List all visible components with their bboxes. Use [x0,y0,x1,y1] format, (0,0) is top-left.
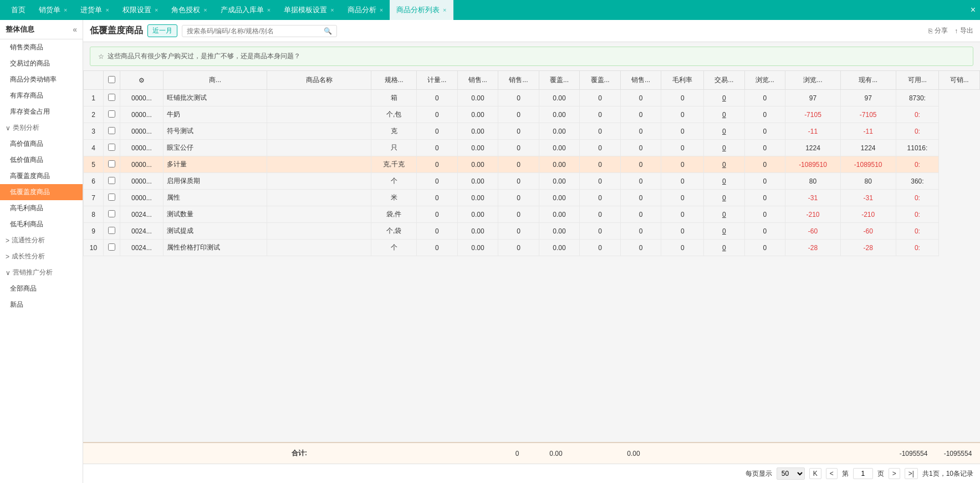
cell-cover-b: 0.00 [539,173,580,190]
col-header-cover-a[interactable]: 覆盖... [539,71,580,90]
col-header-available[interactable]: 可用... [896,71,939,90]
nav-tab-purchase-close[interactable]: × [105,7,109,13]
table-row: 10 0024... 属性价格打印测试 个 0 0.00 0 0.00 0 0 … [84,240,980,256]
cell-sales-amt: 0.00 [457,173,498,190]
cell-name: 属性价格打印测试 [163,240,267,256]
sidebar-item-high-margin[interactable]: 高毛利商品 [0,200,83,216]
search-icon: 🔍 [324,27,332,35]
col-header-sales-c[interactable]: 销售... [620,71,661,90]
nav-tab-warehouse[interactable]: 产成品入库单 × [214,0,277,20]
sidebar-group-marketing[interactable]: ∨ 营销推广分析 [0,265,83,281]
nav-tab-analysis[interactable]: 商品分析 × [341,0,390,20]
cell-sales-qty: 0 [417,190,458,206]
col-header-check[interactable] [104,71,120,90]
cell-trade: 0 [661,173,704,190]
cell-check[interactable] [104,90,120,106]
nav-tab-home[interactable]: 首页 [4,0,32,20]
cell-cover-a: 0 [498,106,539,123]
cell-browse-b: 0 [744,173,785,190]
col-header-trade[interactable]: 交易... [704,71,745,90]
sidebar-item-low-coverage[interactable]: 低覆盖度商品 [0,184,83,200]
export-button[interactable]: ↑ 导出 [955,26,973,35]
cell-gross-margin: 0 [620,156,661,173]
cell-browse-a[interactable]: 0 [704,223,745,240]
cell-sales-qty: 0 [417,156,458,173]
cell-browse-a[interactable]: 0 [704,106,745,123]
cell-browse-a[interactable]: 0 [704,173,745,190]
col-header-sales-qty[interactable]: 销售... [457,71,498,90]
sidebar-item-category-sales-rate[interactable]: 商品分类动销率 [0,72,83,88]
sidebar-item-stock-capital[interactable]: 库存资金占用 [0,104,83,120]
first-page-button[interactable]: K [809,468,821,479]
col-header-spec[interactable]: 规格... [371,71,417,90]
nav-tab-sales[interactable]: 销货单 × [32,0,74,20]
page-number-input[interactable] [853,468,873,479]
sidebar-item-all-goods[interactable]: 全部商品 [0,281,83,297]
col-header-browse-a[interactable]: 浏览... [744,71,785,90]
sidebar-item-in-stock[interactable]: 有库存商品 [0,88,83,104]
nav-tab-template-close[interactable]: × [330,7,334,13]
col-header-sellable[interactable]: 可销... [939,71,980,90]
nav-close-all-button[interactable]: × [971,5,976,15]
sidebar-item-low-margin[interactable]: 低毛利商品 [0,216,83,232]
cell-check[interactable] [104,140,120,156]
sidebar-item-sales-goods[interactable]: 销售类商品 [0,39,83,55]
sidebar-item-traded-goods[interactable]: 交易过的商品 [0,55,83,72]
cell-check[interactable] [104,106,120,123]
select-all-checkbox[interactable] [108,76,115,83]
nav-tab-roles-close[interactable]: × [203,7,207,13]
prev-page-button[interactable]: < [826,468,838,479]
page-size-select[interactable]: 50 100 200 [777,467,805,480]
nav-tab-template[interactable]: 单据模板设置 × [277,0,340,20]
cell-available: -11 [840,123,896,140]
cell-check[interactable] [104,206,120,223]
cell-browse-a[interactable]: 0 [704,190,745,206]
cell-browse-a[interactable]: 0 [704,206,745,223]
cell-trade: 0 [661,90,704,106]
sidebar-group-growth[interactable]: > 成长性分析 [0,248,83,265]
nav-tab-analysis-list[interactable]: 商品分析列表 × [390,0,453,20]
next-page-button[interactable]: > [889,468,900,479]
sidebar-collapse-button[interactable]: « [73,25,77,34]
nav-tab-roles[interactable]: 角色授权 × [165,0,213,20]
col-header-code[interactable]: 商... [163,71,267,90]
nav-tab-analysis-list-close[interactable]: × [443,7,446,13]
share-button[interactable]: ⎘ 分享 [928,26,948,35]
cell-browse-a[interactable]: 0 [704,156,745,173]
col-header-settings[interactable]: ⚙ [120,71,164,90]
filter-button[interactable]: 近一月 [147,24,177,37]
cell-name: 测试数量 [163,206,267,223]
cell-browse-a[interactable]: 0 [704,140,745,156]
cell-browse-a[interactable]: 0 [704,240,745,256]
sidebar-group-circulation[interactable]: > 流通性分析 [0,232,83,248]
nav-tab-analysis-close[interactable]: × [380,7,383,13]
cell-check[interactable] [104,173,120,190]
nav-tab-purchase[interactable]: 进货单 × [74,0,115,20]
sidebar-item-high-coverage[interactable]: 高覆盖度商品 [0,168,83,184]
sidebar-item-new-goods[interactable]: 新品 [0,297,83,313]
col-header-unit[interactable]: 计量... [417,71,458,90]
sidebar-item-high-value[interactable]: 高价值商品 [0,136,83,152]
col-header-cover-b[interactable]: 覆盖... [580,71,621,90]
cell-browse-a[interactable]: 0 [704,90,745,106]
cell-check[interactable] [104,223,120,240]
col-header-gross-margin[interactable]: 毛利率 [661,71,704,90]
cell-check[interactable] [104,240,120,256]
col-header-sales-amt[interactable]: 销售... [498,71,539,90]
nav-tab-permissions-close[interactable]: × [155,7,158,13]
nav-tab-sales-close[interactable]: × [64,7,67,13]
search-box[interactable]: 🔍 [182,25,337,37]
cell-check[interactable] [104,190,120,206]
sidebar-group-category-analysis[interactable]: ∨ 类别分析 [0,120,83,136]
last-page-button[interactable]: >| [905,468,918,479]
col-header-browse-b[interactable]: 浏览... [785,71,841,90]
col-header-name[interactable]: 商品名称 [267,71,371,90]
cell-browse-a[interactable]: 0 [704,123,745,140]
col-header-current[interactable]: 现有... [840,71,896,90]
cell-check[interactable] [104,123,120,140]
nav-tab-permissions[interactable]: 权限设置 × [116,0,165,20]
cell-check[interactable] [104,156,120,173]
search-input[interactable] [187,27,324,35]
nav-tab-warehouse-close[interactable]: × [267,7,270,13]
sidebar-item-low-value[interactable]: 低价值商品 [0,152,83,168]
